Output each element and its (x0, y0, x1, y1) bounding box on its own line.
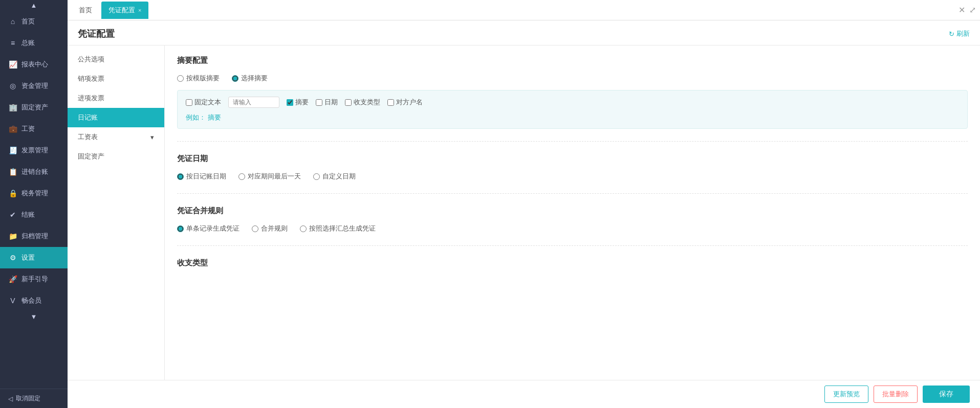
salary-icon: 💼 (8, 125, 17, 133)
sidebar-item-vip[interactable]: V 畅会员 (0, 290, 68, 311)
window-expand-icon[interactable]: ⤢ (969, 5, 976, 15)
sidebar-item-sales[interactable]: 📋 进销台账 (0, 161, 68, 183)
voucher-date-title: 凭证日期 (177, 154, 968, 164)
summary-radio-select[interactable]: 选择摘要 (232, 74, 268, 83)
refresh-button[interactable]: ↻ 刷新 (949, 29, 970, 38)
right-content: 摘要配置 按模版摘要 选择摘要 固定文本 (165, 46, 980, 380)
sidebar-item-label: 税务管理 (21, 189, 48, 198)
sidebar-scroll-down[interactable]: ▼ (0, 311, 68, 322)
example-text: 例如： 摘要 (186, 113, 959, 122)
sidebar-item-label: 新手引导 (21, 275, 48, 284)
sidebar-item-label: 归档管理 (21, 232, 48, 241)
voucher-date-section: 凭证日期 按日记账日期 对应期间最后一天 自定义日期 (177, 154, 968, 194)
ledger-icon: ≡ (8, 39, 17, 47)
merge-rules-section: 凭证合并规则 单条记录生成凭证 合并规则 按照选择汇总生成凭证 (177, 206, 968, 246)
save-button[interactable]: 保存 (923, 386, 970, 403)
chevron-down-icon: ▾ (150, 133, 154, 141)
summary-config-title: 摘要配置 (177, 56, 968, 65)
voucher-date-radio-custom[interactable]: 自定义日期 (313, 172, 356, 181)
left-nav-journal[interactable]: 日记账 (68, 108, 164, 127)
sidebar-item-label: 设置 (21, 253, 35, 262)
checkbox-summary[interactable]: 摘要 (287, 98, 309, 107)
bottom-bar: 更新预览 批量删除 保存 (68, 380, 980, 408)
tab-home[interactable]: 首页 (72, 2, 99, 19)
sidebar-item-label: 固定资产 (21, 103, 48, 112)
vip-icon: V (8, 297, 17, 305)
sidebar-item-close[interactable]: ✔ 结账 (0, 204, 68, 225)
checkbox-income-expense[interactable]: 收支类型 (345, 98, 380, 107)
tax-icon: 🔒 (8, 189, 17, 197)
summary-config-section: 摘要配置 按模版摘要 选择摘要 固定文本 (177, 56, 968, 142)
left-nav-label: 公共选项 (78, 55, 104, 64)
batch-delete-button[interactable]: 批量删除 (874, 386, 918, 403)
sidebar-item-salary[interactable]: 💼 工资 (0, 118, 68, 140)
guide-icon: 🚀 (8, 275, 17, 283)
sidebar-item-invoice[interactable]: 🧾 发票管理 (0, 140, 68, 161)
left-nav-fixed-assets[interactable]: 固定资产 (68, 147, 164, 166)
summary-radio-group: 按模版摘要 选择摘要 (177, 74, 968, 83)
tabs-bar: 首页 凭证配置 × ✕ ⤢ (68, 0, 980, 20)
sidebar-item-tax[interactable]: 🔒 税务管理 (0, 183, 68, 204)
left-nav-payroll[interactable]: 工资表 ▾ (68, 127, 164, 147)
income-expense-title: 收支类型 (177, 258, 968, 268)
summary-radio-template[interactable]: 按模版摘要 (177, 74, 220, 83)
refresh-icon: ↻ (949, 30, 954, 38)
content-layout: 公共选项 销项发票 进项发票 日记账 工资表 ▾ 固定资产 摘要配置 (68, 46, 980, 380)
sales-icon: 📋 (8, 168, 17, 176)
voucher-date-radio-journal[interactable]: 按日记账日期 (177, 172, 226, 181)
sidebar-item-label: 资金管理 (21, 81, 48, 90)
sidebar: ▲ ⌂ 首页 ≡ 总账 📈 报表中心 ◎ 资金管理 🏢 固定资产 💼 工资 🧾 … (0, 0, 68, 408)
tab-voucher-config[interactable]: 凭证配置 × (101, 2, 148, 19)
left-nav-label: 日记账 (78, 113, 98, 122)
merge-rules-radio-summary[interactable]: 按照选择汇总生成凭证 (300, 224, 376, 233)
sidebar-item-reports[interactable]: 📈 报表中心 (0, 54, 68, 75)
window-close-icon[interactable]: ✕ (959, 5, 965, 15)
checkbox-counterparty[interactable]: 对方户名 (387, 98, 423, 107)
main-area: 首页 凭证配置 × ✕ ⤢ 凭证配置 ↻ 刷新 公共选项 销项发票 进 (68, 0, 980, 408)
archive-icon: 📁 (8, 232, 17, 240)
sidebar-item-label: 发票管理 (21, 146, 48, 155)
income-expense-section: 收支类型 (177, 258, 968, 288)
tab-home-label: 首页 (79, 6, 92, 15)
close-account-icon: ✔ (8, 211, 17, 219)
sidebar-scroll-up[interactable]: ▲ (0, 0, 68, 11)
update-preview-button[interactable]: 更新预览 (824, 386, 868, 403)
page-title: 凭证配置 (78, 28, 115, 40)
left-nav-sales-invoice[interactable]: 销项发票 (68, 69, 164, 88)
checkbox-date[interactable]: 日期 (316, 98, 338, 107)
settings-icon: ⚙ (8, 254, 17, 262)
sidebar-item-archive[interactable]: 📁 归档管理 (0, 225, 68, 247)
funds-icon: ◎ (8, 82, 17, 90)
voucher-date-radio-group: 按日记账日期 对应期间最后一天 自定义日期 (177, 172, 968, 181)
left-nav-label: 工资表 (78, 132, 98, 142)
checkbox-fixed-text[interactable]: 固定文本 (186, 98, 221, 107)
tab-voucher-config-label: 凭证配置 (108, 6, 135, 15)
assets-icon: 🏢 (8, 103, 17, 111)
sidebar-item-ledger[interactable]: ≡ 总账 (0, 32, 68, 54)
sidebar-unpin-button[interactable]: ◁ 取消固定 (0, 389, 68, 408)
checkbox-row: 固定文本 摘要 日期 收支类型 (186, 97, 959, 108)
left-nav-purchase-invoice[interactable]: 进项发票 (68, 88, 164, 108)
sidebar-item-funds[interactable]: ◎ 资金管理 (0, 75, 68, 97)
merge-rules-title: 凭证合并规则 (177, 206, 968, 216)
left-nav-label: 销项发票 (78, 74, 104, 83)
sidebar-item-assets[interactable]: 🏢 固定资产 (0, 97, 68, 118)
merge-rules-radio-merge[interactable]: 合并规则 (252, 224, 288, 233)
left-nav-label: 进项发票 (78, 94, 104, 103)
voucher-date-radio-period[interactable]: 对应期间最后一天 (238, 172, 301, 181)
sidebar-item-label: 工资 (21, 124, 35, 133)
sidebar-item-settings[interactable]: ⚙ 设置 (0, 247, 68, 268)
merge-rules-radio-single[interactable]: 单条记录生成凭证 (177, 224, 239, 233)
sidebar-item-label: 畅会员 (21, 296, 41, 305)
fixed-text-input[interactable] (228, 97, 279, 108)
left-nav-public[interactable]: 公共选项 (68, 50, 164, 69)
sidebar-item-label: 进销台账 (21, 167, 48, 176)
sidebar-item-label: 结账 (21, 210, 35, 219)
sidebar-item-label: 总账 (21, 38, 35, 48)
tab-close-icon[interactable]: × (138, 7, 141, 13)
tabs-bar-actions: ✕ ⤢ (959, 5, 976, 15)
sidebar-item-guide[interactable]: 🚀 新手引导 (0, 268, 68, 290)
left-nav-label: 固定资产 (78, 152, 104, 161)
invoice-icon: 🧾 (8, 146, 17, 154)
sidebar-item-home[interactable]: ⌂ 首页 (0, 11, 68, 32)
